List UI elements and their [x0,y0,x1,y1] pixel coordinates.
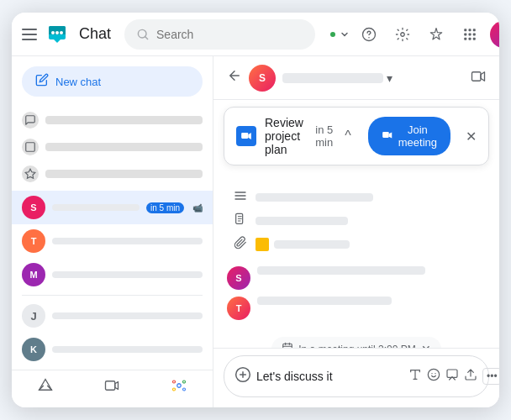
chat-name-skeleton [282,73,383,83]
video-call-icon[interactable] [471,69,486,87]
attachment-with-file [256,238,350,251]
sidebar-chat-item-3[interactable]: M [12,258,213,291]
sidebar-item-chat[interactable] [12,107,213,134]
svg-point-1 [51,31,55,34]
settings-icon [395,27,410,42]
format-text-button[interactable] [408,368,422,385]
help-icon [361,27,377,42]
nav-actions: A [329,21,499,48]
svg-line-5 [145,36,148,39]
meeting-title: Review project plan [265,116,303,156]
chat-name-chevron-icon[interactable]: ▾ [387,71,392,85]
hamburger-menu[interactable] [22,26,37,43]
sidebar-chat-item-1[interactable]: S in 5 min 📹 [12,191,213,224]
msg-avatar-1: S [227,266,250,290]
more-options-button[interactable]: ••• [482,368,499,385]
calendar-icon [282,342,293,348]
chat-bubble-icon [22,112,39,129]
icon-line-1 [234,186,486,209]
svg-point-7 [368,37,370,39]
attachment-icon [234,236,247,253]
app-title: Chat [79,25,111,43]
new-chat-button[interactable]: New chat [22,66,203,97]
meet-icon-btn[interactable] [103,377,120,394]
input-box: ••• [224,355,489,397]
msg-avatar-2: T [227,297,250,320]
meeting-close-button[interactable]: ✕ [466,129,477,144]
icon-line-skeleton-2 [256,217,348,225]
sidebar-meet-icon: 📹 [192,203,203,213]
sidebar-avatar-5: K [22,338,45,361]
apps-icon [462,27,477,42]
back-button[interactable] [227,68,242,87]
message-input[interactable] [256,370,403,383]
message-row-2: T [227,297,486,320]
top-nav: Chat [12,13,499,56]
drive-icon-btn[interactable] [37,377,54,394]
svg-rect-16 [469,37,471,39]
sidebar-skeleton-3 [52,271,203,278]
svg-rect-13 [469,33,471,35]
svg-rect-26 [241,133,248,139]
svg-point-3 [60,31,63,34]
sidebar-item-rooms[interactable] [12,134,213,160]
sidebar-item-text-3 [45,170,203,178]
svg-point-31 [428,369,439,380]
sparkle-icon [429,27,444,42]
chat-header: S ▾ [213,56,499,100]
msg-skeleton-1 [257,266,425,275]
sidebar-item-text-2 [45,143,203,151]
search-bar[interactable] [124,19,315,50]
svg-point-22 [183,381,186,383]
search-input[interactable] [156,28,303,41]
sidebar-avatar-2: T [22,229,45,253]
svg-point-23 [173,388,176,391]
upload-button[interactable] [464,368,477,385]
apps-button[interactable] [456,21,483,48]
meeting-banner: Review project plan in 5 min ^ Join meet… [224,107,489,165]
search-icon [136,28,150,41]
msg-content-1 [257,266,486,275]
svg-point-2 [55,31,59,34]
user-avatar[interactable]: A [490,21,499,48]
add-reaction-button[interactable] [445,368,459,385]
in-meeting-row: In a meeting until 3:00 PM ✕ [227,333,486,348]
input-area: ••• [213,348,499,407]
sidebar-chat-item-2[interactable]: T [12,224,213,258]
star-icon [22,165,39,182]
svg-rect-15 [464,37,466,39]
sidebar-nav-icons [12,103,213,191]
svg-rect-17 [473,37,476,39]
building-icon [22,139,39,155]
new-chat-label: New chat [55,76,101,88]
settings-button[interactable] [389,21,416,48]
join-meeting-button[interactable]: Join meeting [368,117,450,155]
sparkle-button[interactable] [423,21,450,48]
svg-rect-19 [106,381,115,391]
spaces-icon-btn[interactable] [171,377,187,394]
sidebar-avatar-3: M [22,263,45,286]
sidebar-skeleton-2 [52,238,203,244]
help-button[interactable] [356,21,382,48]
sidebar-chat-item-5[interactable]: K [12,333,213,366]
svg-rect-11 [473,29,476,31]
sidebar-bottom-icons [12,370,213,401]
chat-area: S ▾ Review project plan in 5 min [213,56,499,407]
app-window: Chat [12,13,499,407]
message-row-1: S [227,266,486,290]
svg-rect-25 [472,71,482,81]
svg-rect-10 [469,29,471,31]
emoji-button[interactable] [427,368,440,385]
icon-line-skeleton-1 [256,193,373,202]
sidebar-chat-item-4[interactable]: J [12,299,213,333]
icon-line-2 [234,209,486,233]
sidebar-item-starred[interactable] [12,160,213,187]
file-icon [256,238,269,251]
status-indicator[interactable] [329,30,349,39]
meet-banner-icon [236,126,256,146]
sidebar: New chat [12,56,213,407]
chat-avatar: S [249,65,276,92]
sidebar-skeleton-4 [52,312,203,319]
add-attachment-button[interactable] [234,366,251,387]
meeting-chevron-icon[interactable]: ^ [345,129,351,144]
